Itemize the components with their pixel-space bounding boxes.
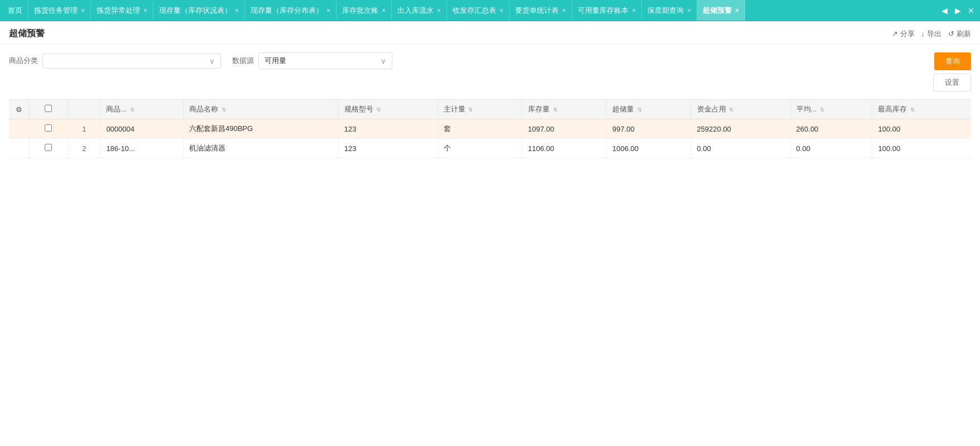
product-category-dropdown-icon: ∨ xyxy=(209,57,215,65)
td-avg-1: 260.00 xyxy=(790,119,872,139)
nav-tab-inventory-dist-close[interactable]: × xyxy=(326,7,330,14)
nav-tab-batch-account-close[interactable]: × xyxy=(382,7,386,14)
nav-tab-quality-check-close[interactable]: × xyxy=(687,7,691,14)
nav-tab-exception-close[interactable]: × xyxy=(143,7,147,14)
nav-tab-inventory-status[interactable]: 现存量（库存状况表） × xyxy=(153,0,245,21)
nav-tab-overstock-warning-close[interactable]: × xyxy=(735,7,739,14)
nav-tab-available-account-close[interactable]: × xyxy=(632,7,636,14)
td-capital-1: 259220.00 xyxy=(691,119,790,139)
nav-tab-inventory-status-close[interactable]: × xyxy=(235,7,239,14)
page-title: 超储预警 xyxy=(9,28,892,40)
td-checkbox-1[interactable] xyxy=(29,119,68,139)
table-row: 1 0000004 六配套新昌490BPG 123 套 1097.00 997.… xyxy=(9,119,971,139)
row-2-checkbox[interactable] xyxy=(45,144,52,151)
th-product-code-label: 商品... xyxy=(106,105,127,113)
nav-tab-inventory-status-label: 现存量（库存状况表） xyxy=(159,6,232,16)
th-product-code[interactable]: 商品... ⇅ xyxy=(100,100,184,119)
th-avg-label: 平均... xyxy=(796,105,817,113)
nav-tab-order-stat-label: 要货单统计表 xyxy=(515,6,559,16)
product-category-filter: 商品分类 ∨ xyxy=(9,54,221,69)
td-gear-1 xyxy=(9,119,29,139)
td-rownum-1: 1 xyxy=(68,119,100,139)
th-avg[interactable]: 平均... ⇅ xyxy=(790,100,872,119)
nav-tab-order-stat[interactable]: 要货单统计表 × xyxy=(510,0,572,21)
nav-tab-overstock-warning-label: 超储预警 xyxy=(703,6,732,16)
th-overstock-sort-icon: ⇅ xyxy=(637,106,642,113)
th-unit-label: 主计量 xyxy=(444,105,465,113)
th-rownum xyxy=(68,100,100,119)
nav-close-arrow[interactable]: ✕ xyxy=(964,0,978,21)
th-unit-sort-icon: ⇅ xyxy=(468,106,473,113)
th-unit[interactable]: 主计量 ⇅ xyxy=(438,100,522,119)
nav-tab-order-stat-close[interactable]: × xyxy=(562,7,566,14)
th-product-code-sort-icon: ⇅ xyxy=(130,106,134,113)
share-icon: ↗ xyxy=(892,30,898,38)
th-product-name[interactable]: 商品名称 ⇅ xyxy=(184,100,339,119)
th-spec[interactable]: 规格型号 ⇅ xyxy=(338,100,438,119)
nav-tab-home[interactable]: 首页 xyxy=(2,0,28,21)
nav-tab-overstock-warning[interactable]: 超储预警 × xyxy=(697,0,745,21)
td-avg-2: 0.00 xyxy=(790,139,872,158)
td-stock-1: 1097.00 xyxy=(522,119,607,139)
nav-tab-inout-flow-close[interactable]: × xyxy=(437,7,441,14)
td-overstock-2: 1006.00 xyxy=(607,139,691,158)
refresh-icon: ↺ xyxy=(948,30,954,38)
refresh-label: 刷新 xyxy=(957,29,971,39)
th-max-stock-sort-icon: ⇅ xyxy=(910,106,915,113)
nav-tab-inventory-dist[interactable]: 现存量（库存分布表） × xyxy=(245,0,337,21)
data-table-container: ⚙ 商品... ⇅ 商品名称 ⇅ 规格型号 ⇅ xyxy=(0,99,980,158)
th-overstock-label: 超储量 xyxy=(612,105,634,113)
nav-tab-inout-flow-label: 出入库流水 xyxy=(397,6,434,16)
top-navigation: 首页 拣货任务管理 × 拣货异常处理 × 现存量（库存状况表） × 现存量（库存… xyxy=(0,0,980,21)
nav-tab-available-account[interactable]: 可用量库存账本 × xyxy=(572,0,642,21)
datasource-filter: 数据源 可用量 ∨ xyxy=(232,52,392,69)
nav-tab-collection[interactable]: 收发存汇总表 × xyxy=(447,0,510,21)
th-stock-sort-icon: ⇅ xyxy=(553,106,558,113)
nav-tab-task-mgmt-label: 拣货任务管理 xyxy=(34,6,78,16)
th-stock[interactable]: 库存量 ⇅ xyxy=(522,100,607,119)
export-icon: ↓ xyxy=(921,30,925,38)
nav-tab-inventory-dist-label: 现存量（库存分布表） xyxy=(251,6,323,16)
select-all-checkbox[interactable] xyxy=(45,105,52,112)
nav-tab-inout-flow[interactable]: 出入库流水 × xyxy=(392,0,447,21)
td-stock-2: 1106.00 xyxy=(522,139,607,158)
td-unit-2: 个 xyxy=(438,139,522,158)
nav-tab-exception[interactable]: 拣货异常处理 × xyxy=(91,0,153,21)
td-rownum-2: 2 xyxy=(68,139,100,158)
nav-tab-collection-close[interactable]: × xyxy=(499,7,503,14)
filter-inputs: 商品分类 ∨ 数据源 可用量 ∨ xyxy=(9,52,933,69)
nav-tab-task-mgmt[interactable]: 拣货任务管理 × xyxy=(28,0,91,21)
th-max-stock[interactable]: 最高库存 ⇅ xyxy=(872,100,971,119)
query-button[interactable]: 查询 xyxy=(934,52,971,70)
nav-prev-arrow[interactable]: ◀ xyxy=(938,0,951,21)
th-overstock[interactable]: 超储量 ⇅ xyxy=(607,100,691,119)
header-actions: ↗ 分享 ↓ 导出 ↺ 刷新 xyxy=(892,29,972,39)
nav-next-arrow[interactable]: ▶ xyxy=(951,0,964,21)
nav-tab-quality-check[interactable]: 保质期查询 × xyxy=(642,0,697,21)
th-product-name-sort-icon: ⇅ xyxy=(222,106,226,113)
product-category-select[interactable]: ∨ xyxy=(42,54,221,69)
datasource-select[interactable]: 可用量 ∨ xyxy=(258,52,392,69)
td-gear-2 xyxy=(9,139,29,158)
th-capital[interactable]: 资金占用 ⇅ xyxy=(691,100,790,119)
th-checkbox[interactable] xyxy=(29,100,68,119)
th-capital-sort-icon: ⇅ xyxy=(729,106,733,113)
refresh-button[interactable]: ↺ 刷新 xyxy=(948,29,971,39)
datasource-label: 数据源 xyxy=(232,56,254,66)
export-button[interactable]: ↓ 导出 xyxy=(921,29,942,39)
share-button[interactable]: ↗ 分享 xyxy=(892,29,915,39)
page-header: 超储预警 ↗ 分享 ↓ 导出 ↺ 刷新 xyxy=(0,21,980,45)
th-avg-sort-icon: ⇅ xyxy=(820,106,824,113)
table-header-row: ⚙ 商品... ⇅ 商品名称 ⇅ 规格型号 ⇅ xyxy=(9,100,971,119)
nav-tab-batch-account[interactable]: 库存批次账 × xyxy=(337,0,392,21)
td-checkbox-2[interactable] xyxy=(29,139,68,158)
td-product-code-1: 0000004 xyxy=(100,119,184,139)
th-gear[interactable]: ⚙ xyxy=(9,100,29,119)
nav-tab-task-mgmt-close[interactable]: × xyxy=(81,7,85,14)
row-1-checkbox[interactable] xyxy=(45,124,52,132)
settings-button[interactable]: 设置 xyxy=(933,74,971,91)
td-max-stock-1: 100.00 xyxy=(872,119,971,139)
td-product-code-2: 186-10... xyxy=(100,139,184,158)
td-spec-2: 123 xyxy=(338,139,438,158)
td-product-name-1: 六配套新昌490BPG xyxy=(184,119,339,139)
